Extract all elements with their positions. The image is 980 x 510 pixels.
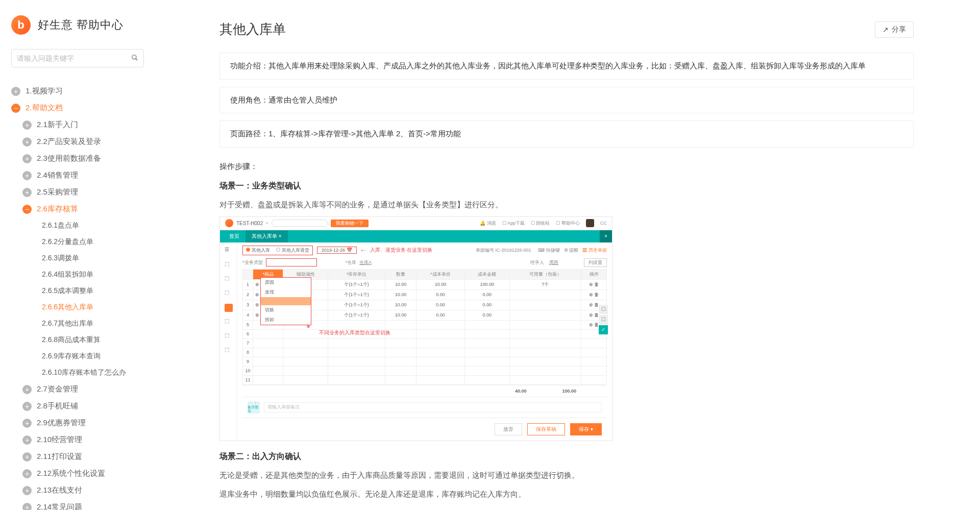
nav-item-2-6-2[interactable]: 2.6.2分量盘点单 [11, 234, 145, 250]
rail-icon: ☐ [599, 305, 608, 314]
plus-icon: + [22, 435, 32, 445]
scene1-text: 对于受赠、盘盈或是拆装入库等不同的业务，是通过单据头【业务类型】进行区分。 [219, 198, 914, 211]
embed-avatar-icon [586, 219, 594, 227]
radio-label: 其他入库 [252, 248, 270, 253]
nav-label: 2.6.7其他出库单 [42, 319, 93, 328]
embed-dropdown-menu: 原因 发现 切换 拆卸 [260, 277, 311, 325]
nav-label: 2.10经营管理 [37, 435, 82, 445]
minus-icon: − [11, 104, 20, 113]
nav-label: 2.12系统个性化设置 [37, 469, 105, 478]
embed-left-rail: ☰ ⬚ ⬚ ⬚ ⬚ ⬚ ⬚ [220, 242, 237, 441]
rail-icon: ⬚ [225, 347, 233, 355]
nav-item-2-6-3[interactable]: 2.6.3调拨单 [11, 250, 145, 266]
nav-item-2-13[interactable]: +2.13在线支付 [11, 482, 145, 499]
nav-item-2-10[interactable]: +2.10经营管理 [11, 431, 145, 448]
embed-note-row: 📄备注信息 请输入单据备注 [242, 397, 607, 418]
nav-item-2-2[interactable]: +2.2产品安装及登录 [11, 133, 145, 150]
dd-item: 切换 [261, 305, 311, 315]
btn-discard: 放弃 [495, 423, 522, 435]
embed-user: CC [600, 221, 607, 226]
nav-label: 2.6.5成本调整单 [42, 286, 93, 296]
intro-block: 功能介绍：其他入库单用来处理除采购入库、产成品入库之外的其他入库业务，因此其他入… [219, 53, 914, 80]
nav-item-2-11[interactable]: +2.11打印设置 [11, 448, 145, 465]
search-input[interactable] [17, 54, 131, 62]
nav-label: 2.13在线支付 [37, 485, 82, 495]
scene2-text1: 无论是受赠，还是其他类型的业务，由于入库商品质量等原因，需要退回，这时可通过单据… [219, 468, 914, 482]
dd-item: 原因 [261, 278, 311, 287]
embed-tab-close-icon: × [600, 230, 612, 242]
nav-item-2-3[interactable]: +2.3使用前数据准备 [11, 150, 145, 167]
brand-text: 好生意 帮助中心 [38, 17, 124, 33]
page-title: 其他入库单 [219, 20, 286, 38]
annotation-2: 不同业务的入库类型在这里切换 [319, 329, 390, 336]
embed-act-shortcuts: ⌨ 快捷键 [538, 247, 560, 254]
nav-item-2-14[interactable]: +2.14常见问题 [11, 499, 145, 510]
search-box[interactable] [11, 49, 144, 67]
embed-body: ☰ ⬚ ⬚ ⬚ ⬚ ⬚ ⬚ 其他入库 其他入库退货 [220, 242, 612, 441]
steps-label: 操作步骤： [219, 162, 914, 172]
nav-item-2-6-4[interactable]: 2.6.4组装拆卸单 [11, 266, 145, 283]
embed-logo-icon [225, 219, 233, 227]
nav-label: 2.8手机旺铺 [37, 401, 78, 411]
scene2-title: 场景二：出入方向确认 [219, 451, 914, 462]
nav-item-2-8[interactable]: +2.8手机旺铺 [11, 398, 145, 415]
nav-label: 2.6.9库存账本查询 [42, 352, 101, 361]
nav-item-2-6-5[interactable]: 2.6.5成本调整单 [11, 283, 145, 299]
note-input: 请输入单据备注 [264, 402, 602, 412]
plus-icon: + [22, 469, 32, 478]
scene1-title: 场景一：业务类型确认 [219, 181, 914, 191]
embed-buy-button: 我要购物一下 [331, 220, 369, 227]
nav-item-2-6-6-current[interactable]: 2.6.6其他入库单 [11, 299, 145, 315]
nav-label: 2.6.1盘点单 [42, 221, 79, 230]
nav-label: 2.5采购管理 [37, 187, 78, 197]
rail-icon: ☰ [225, 247, 233, 255]
role-text: 使用角色：通常由仓管人员维护 [230, 95, 337, 104]
embed-tabs: 首页 其他入库单 × × [220, 230, 612, 242]
embed-date: 2019-12-26 📅 [317, 247, 357, 254]
minus-icon: − [22, 205, 32, 214]
share-button[interactable]: ↗ 分享 [875, 21, 914, 38]
embed-topbar: TEST-H002 ▾ 我要购物一下 🔔 消息 ☐ App下载 ☐ 回收站 ☐ … [220, 217, 612, 230]
scene2-text2: 退库业务中，明细数量均以负值红色展示。无论是入库还是退库，库存账均记在入库方向。 [219, 487, 914, 501]
nav-item-2-6-8[interactable]: 2.6.8商品成本重算 [11, 332, 145, 348]
nav-item-2-6-9[interactable]: 2.6.9库存账本查询 [11, 348, 145, 365]
nav-label: 1.视频学习 [26, 86, 63, 96]
nav-tree: +1.视频学习 −2.帮助文档 +2.1新手入门 +2.2产品安装及登录 +2.… [11, 83, 145, 510]
nav-item-2-7[interactable]: +2.7资金管理 [11, 381, 145, 398]
nav-item-2-6[interactable]: −2.6库存核算 [11, 201, 145, 217]
embed-link-msg: 🔔 消息 [480, 220, 496, 227]
embed-totals: 40.00 100.00 [242, 385, 607, 397]
nav-item-2-9[interactable]: +2.9优惠券管理 [11, 415, 145, 431]
btn-save: 保存 ▾ [570, 423, 602, 435]
nav-item-video[interactable]: +1.视频学习 [11, 83, 145, 100]
search-icon[interactable] [131, 54, 138, 63]
brand-icon: b [11, 15, 31, 35]
nav-item-2-6-1[interactable]: 2.6.1盘点单 [11, 217, 145, 234]
nav-item-docs[interactable]: −2.帮助文档 [11, 100, 145, 116]
nav-item-2-1[interactable]: +2.1新手入门 [11, 116, 145, 133]
nav-item-2-12[interactable]: +2.12系统个性化设置 [11, 465, 145, 482]
nav-item-2-5[interactable]: +2.5采购管理 [11, 184, 145, 201]
embed-link-trash: ☐ 回收站 [531, 220, 550, 227]
nav-item-2-6-10[interactable]: 2.6.10库存账本错了怎么办 [11, 365, 145, 381]
plus-icon: + [22, 137, 32, 147]
nav-item-2-6-7[interactable]: 2.6.7其他出库单 [11, 315, 145, 332]
field-label: *业务类型 [242, 259, 263, 266]
embed-search [272, 220, 328, 227]
nav-label: 2.6.6其他入库单 [42, 303, 93, 312]
btn-draft: 保存草稿 [527, 423, 565, 435]
role-block: 使用角色：通常由仓管人员维护 [219, 87, 914, 114]
nav-label: 2.14常见问题 [37, 502, 82, 510]
nav-label: 2.1新手入门 [37, 120, 78, 130]
brand-logo[interactable]: b 好生意 帮助中心 [11, 15, 145, 35]
plus-icon: + [22, 120, 32, 130]
dd-item: 发现 [261, 287, 311, 297]
nav-label: 2.6.3调拨单 [42, 254, 79, 263]
nav-item-2-4[interactable]: +2.4销售管理 [11, 167, 145, 184]
embed-footer: 放弃 保存草稿 保存 ▾ [242, 418, 607, 441]
nav-label: 2.6.10库存账本错了怎么办 [42, 368, 126, 377]
plus-icon: + [22, 154, 32, 163]
embed-doc-id: 单据编号 IC-20191226-001 [476, 247, 531, 254]
field-label: *仓库 [346, 259, 357, 266]
plus-icon: + [22, 452, 32, 462]
